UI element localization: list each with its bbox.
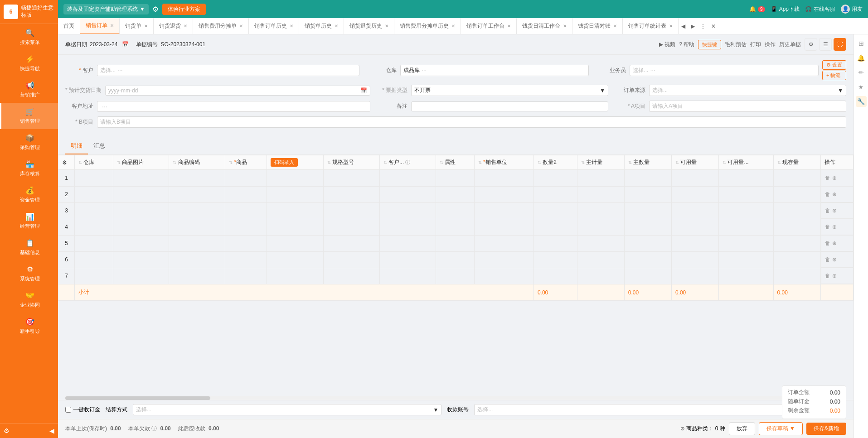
user-item[interactable]: 👤 用友 xyxy=(841,5,863,14)
gear-icon[interactable]: ⚙ xyxy=(152,5,159,14)
row-main-unit[interactable] xyxy=(577,170,624,187)
tab-close-icon[interactable]: ✕ xyxy=(669,24,673,29)
row-qty2[interactable] xyxy=(533,186,577,202)
tab-close-icon[interactable]: ✕ xyxy=(385,24,388,29)
delete-icon[interactable]: 🗑 xyxy=(825,224,830,230)
shortcut-btn[interactable]: 快捷键 xyxy=(698,40,721,49)
receipt-account-select[interactable]: 选择... xyxy=(474,404,783,415)
delete-icon[interactable]: 🗑 xyxy=(825,207,830,214)
row-customer-ref[interactable] xyxy=(379,170,436,187)
tab-home[interactable]: 首页 xyxy=(58,18,80,34)
tab-order-workbench[interactable]: 销售订单工作台 ✕ xyxy=(461,18,517,34)
remark-input[interactable] xyxy=(411,101,608,111)
row-spec[interactable] xyxy=(324,186,380,202)
row-available2[interactable] xyxy=(719,186,773,202)
b-project-input[interactable]: 请输入B项目 xyxy=(97,116,846,128)
tab-order-history[interactable]: 销售订单历史 ✕ xyxy=(249,18,299,34)
settle-method-select[interactable]: 选择... ▼ xyxy=(133,404,441,415)
row-product-image[interactable] xyxy=(113,170,169,187)
tab-close-icon[interactable]: ✕ xyxy=(507,24,511,29)
row-available[interactable] xyxy=(671,186,718,202)
sidebar-item-purchase[interactable]: 📦 采购管理 xyxy=(0,129,58,155)
copy-icon[interactable]: ⊕ xyxy=(832,207,837,214)
save-new-btn[interactable]: 保存&新增 xyxy=(806,423,846,435)
right-icon-1[interactable]: ⊞ xyxy=(856,38,867,49)
row-spec[interactable] xyxy=(324,170,380,187)
warehouse-more-icon[interactable]: ··· xyxy=(420,67,429,74)
history-btn[interactable]: 历史单据 xyxy=(779,41,801,48)
solution-btn[interactable]: 体验行业方案 xyxy=(162,4,206,15)
delete-icon[interactable]: 🗑 xyxy=(825,256,830,263)
fullscreen-icon[interactable]: ⛶ xyxy=(834,38,846,51)
copy-icon[interactable]: ⊕ xyxy=(832,273,837,279)
row-attr[interactable] xyxy=(436,186,474,202)
tab-expense-split[interactable]: 销售费用分摊单 ✕ xyxy=(193,18,249,34)
sidebar-item-basic-info[interactable]: 📋 基础信息 xyxy=(0,234,58,260)
sidebar-item-operations[interactable]: 📊 经营管理 xyxy=(0,208,58,234)
row-warehouse[interactable] xyxy=(75,170,113,187)
tab-close-all[interactable]: ✕ xyxy=(708,23,718,29)
row-available[interactable] xyxy=(671,170,718,187)
settings-icon[interactable]: ⚙ xyxy=(4,427,10,434)
app-download-item[interactable]: 📱 App下载 xyxy=(771,5,800,13)
quick-settle-checkbox[interactable] xyxy=(65,407,71,413)
row-main-qty[interactable] xyxy=(624,186,671,202)
detail-tab-detail[interactable]: 明细 xyxy=(65,138,88,154)
tab-close-icon[interactable]: ✕ xyxy=(110,23,114,28)
staff-more-icon[interactable]: ··· xyxy=(648,67,657,74)
right-icon-3[interactable]: ✏ xyxy=(856,67,867,78)
delivery-date-input[interactable]: yyyy-mm-dd 📅 xyxy=(105,86,370,96)
row-available2[interactable] xyxy=(719,170,773,187)
row-qty2[interactable] xyxy=(533,170,577,187)
right-icon-2[interactable]: 🔔 xyxy=(856,53,867,63)
sidebar-item-marketing[interactable]: 📢 营销推广 xyxy=(0,77,58,103)
row-warehouse[interactable] xyxy=(75,202,113,219)
tab-cash-reconcile[interactable]: 钱货日清对账 ✕ xyxy=(572,18,623,34)
online-service-item[interactable]: 🎧 在线客服 xyxy=(805,5,835,13)
tab-next[interactable]: ▶ xyxy=(688,23,698,29)
tab-sales-order[interactable]: 销售订单 ✕ xyxy=(80,18,120,34)
tab-order-summary[interactable]: 销售订单统计表 ✕ xyxy=(623,18,679,34)
customer-more-icon[interactable]: ··· xyxy=(116,67,125,74)
notification-item[interactable]: 🔔 9 xyxy=(749,6,765,12)
calendar-icon[interactable]: 📅 xyxy=(122,41,129,48)
scroll-thumb[interactable] xyxy=(65,396,210,400)
help2-icon[interactable]: ⓘ xyxy=(151,425,157,432)
scan-btn[interactable]: 扫码录入 xyxy=(271,158,298,167)
sidebar-item-inventory[interactable]: 🏪 库存核算 xyxy=(0,155,58,182)
row-attr[interactable] xyxy=(436,170,474,187)
detail-tab-summary[interactable]: 汇总 xyxy=(88,138,111,154)
settings-icon[interactable]: ⚙ xyxy=(805,38,817,51)
tab-close-icon[interactable]: ✕ xyxy=(335,24,338,29)
tab-close-icon[interactable]: ✕ xyxy=(290,24,293,29)
customer-addr-input[interactable]: ··· xyxy=(97,101,370,112)
row-main-qty[interactable] xyxy=(624,170,671,187)
tab-close-icon[interactable]: ✕ xyxy=(239,24,243,29)
delete-icon[interactable]: 🗑 xyxy=(825,273,830,279)
copy-icon[interactable]: ⊕ xyxy=(832,175,837,181)
delete-icon[interactable]: 🗑 xyxy=(825,191,830,197)
operations-btn[interactable]: 操作 xyxy=(765,41,776,48)
staff-input[interactable]: 选择... ··· xyxy=(630,65,819,76)
row-product-code[interactable] xyxy=(169,186,225,202)
copy-icon[interactable]: ⊕ xyxy=(832,224,837,230)
right-icon-4[interactable]: ★ xyxy=(856,82,867,92)
add-goods-btn[interactable]: + 物流 xyxy=(822,71,846,80)
profit-forecast-btn[interactable]: 毛利预估 xyxy=(725,41,747,48)
row-unit[interactable] xyxy=(474,186,533,202)
sidebar-item-system[interactable]: ⚙ 系统管理 xyxy=(0,260,58,287)
tab-close-icon[interactable]: ✕ xyxy=(184,24,187,29)
tab-refund-history[interactable]: 销货退货历史 ✕ xyxy=(344,18,394,34)
tab-sales-refund[interactable]: 销货退货 ✕ xyxy=(154,18,193,34)
preview-btn[interactable]: ▶ 视频 xyxy=(659,41,675,48)
print-btn[interactable]: 打印 xyxy=(750,41,761,48)
collapse-icon[interactable]: ◀ xyxy=(49,427,54,434)
copy-icon[interactable]: ⊕ xyxy=(832,191,837,197)
sidebar-item-sales[interactable]: 🛒 销售管理 xyxy=(0,103,58,129)
help-btn[interactable]: ? 帮助 xyxy=(679,41,694,48)
tab-more[interactable]: ⋮ xyxy=(698,23,708,29)
copy-icon[interactable]: ⊕ xyxy=(832,240,837,246)
invoice-type-select[interactable]: 不开票 ▼ xyxy=(411,85,608,96)
copy-icon[interactable]: ⊕ xyxy=(832,256,837,263)
calendar2-icon[interactable]: 📅 xyxy=(360,87,367,94)
